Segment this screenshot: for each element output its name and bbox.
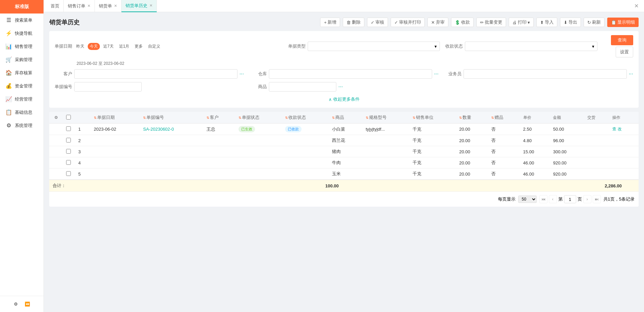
table-header-row: ⚙ ⇅单据日期 ⇅单据编号 ⇅客户 ⇅单据状态 ⇅收款状态 ⇅商品 ⇅规格型号 … (49, 112, 639, 124)
row-checkbox[interactable] (66, 171, 71, 176)
print-button[interactable]: 🖨 打印 ▾ (509, 18, 534, 27)
delete-button[interactable]: 🗑 删除 (343, 18, 364, 27)
th-gift[interactable]: ⇅赠品 (488, 112, 520, 124)
tab-sales-history-close[interactable]: ✕ (149, 3, 152, 8)
query-button[interactable]: 查询 (611, 35, 633, 45)
warehouse-browse-icon[interactable]: ··· (434, 71, 439, 77)
action-link[interactable]: 查 (612, 127, 616, 131)
action-link[interactable]: 改 (618, 127, 622, 131)
sidebar-item-inventory[interactable]: 🏠 库存核算 (0, 66, 44, 79)
abandon-button[interactable]: ✕ 弃审 (427, 18, 448, 27)
audit-print-button[interactable]: ✓ 审核并打印 (391, 18, 425, 27)
date-tag-custom[interactable]: 自定义 (146, 43, 162, 50)
sidebar-item-sales[interactable]: 📊 销售管理 (0, 40, 44, 53)
date-tag-7days[interactable]: 近7天 (101, 43, 116, 50)
row-checkbox[interactable] (66, 138, 71, 142)
sidebar-item-search[interactable]: ☰ 搜索菜单 (0, 14, 44, 27)
refresh-button[interactable]: ↻ 刷新 (584, 18, 605, 27)
delete-icon: 🗑 (346, 20, 351, 25)
sidebar-item-basic[interactable]: 📋 基础信息 (0, 106, 44, 119)
th-doc-no[interactable]: ⇅单据编号 (140, 112, 203, 124)
export-button[interactable]: ⬇ 导出 (560, 18, 581, 27)
row-checkbox[interactable] (66, 149, 71, 154)
tab-sales-delivery[interactable]: 销货单 ✕ (95, 0, 121, 12)
warehouse-input[interactable] (269, 69, 432, 79)
tab-sales-history[interactable]: 销货单历史 ✕ (121, 0, 157, 12)
page-size-select[interactable]: 20 50 100 (518, 196, 537, 203)
row-checkbox-cell[interactable] (63, 135, 75, 146)
sidebar-item-operation[interactable]: 📈 经营管理 (0, 93, 44, 106)
row-checkbox[interactable] (66, 160, 71, 165)
inventory-icon: 🏠 (5, 70, 12, 76)
product-input[interactable] (269, 82, 336, 92)
batch-change-button[interactable]: ✏ 批量变更 (476, 18, 506, 27)
tab-sales-delivery-close[interactable]: ✕ (114, 4, 117, 8)
th-amount: 金额 (550, 112, 584, 124)
new-button[interactable]: + 新增 (320, 18, 340, 27)
row-pay-status (282, 157, 329, 168)
sidebar: 标准版 ☰ 搜索菜单 ⚡ 快捷导航 📊 销售管理 🛒 采购管理 🏠 库存核算 💰… (0, 0, 44, 312)
show-detail-button[interactable]: 📋 显示明细 (607, 18, 639, 27)
date-tag-yesterday[interactable]: 昨天 (74, 43, 86, 50)
row-settings (49, 124, 63, 135)
sidebar-item-purchase[interactable]: 🛒 采购管理 (0, 53, 44, 66)
tab-sales-order-close[interactable]: ✕ (87, 4, 90, 8)
date-tag-1month[interactable]: 近1月 (117, 43, 132, 50)
receive-button[interactable]: 💲 收款 (451, 18, 474, 27)
customer-browse-icon[interactable]: ··· (240, 71, 244, 77)
prev-page-button[interactable]: ‹ (549, 195, 557, 203)
doc-number-input[interactable] (74, 82, 142, 92)
sidebar-item-system[interactable]: ⚙ 系统管理 (0, 119, 44, 132)
row-amount: 920.00 (550, 168, 584, 180)
collapse-button[interactable]: ∧ 收起更多条件 (55, 95, 633, 104)
settings-button[interactable]: 设置 (616, 47, 633, 57)
th-product[interactable]: ⇅商品 (329, 112, 362, 124)
row-checkbox-cell[interactable] (63, 168, 75, 180)
date-tag-more[interactable]: 更多 (133, 43, 145, 50)
salesperson-input[interactable] (464, 69, 627, 79)
date-tag-today[interactable]: 今天 (88, 43, 100, 50)
row-checkbox-cell[interactable] (63, 146, 75, 157)
date-label: 单据日期 (55, 43, 72, 49)
th-checkbox[interactable] (63, 112, 75, 124)
select-all-checkbox[interactable] (66, 115, 71, 120)
row-customer (203, 168, 235, 180)
th-qty[interactable]: ⇅数量 (456, 112, 488, 124)
collapse-icon[interactable]: ⏪ (25, 302, 30, 307)
sidebar-item-finance[interactable]: 💰 资金管理 (0, 79, 44, 93)
first-page-button[interactable]: ⏮ (539, 195, 548, 203)
row-checkbox[interactable] (66, 126, 71, 131)
tab-bar-close-all[interactable]: ✕ (632, 3, 641, 9)
sidebar-bottom-actions[interactable]: ⚙ ⏪ (0, 299, 44, 309)
page-number-input[interactable] (564, 195, 576, 203)
row-checkbox-cell[interactable] (63, 124, 75, 135)
th-doc-status[interactable]: ⇅单据状态 (235, 112, 282, 124)
row-actions (609, 157, 639, 168)
customer-label: 客户 (55, 71, 72, 77)
audit-button[interactable]: ✓ 审核 (367, 18, 388, 27)
payment-status-select[interactable]: ▾ (465, 42, 597, 51)
row-doc-status (235, 168, 282, 180)
settings-icon[interactable]: ⚙ (14, 302, 18, 307)
th-trade: 交货 (584, 112, 609, 124)
product-browse-icon[interactable]: ··· (338, 84, 343, 90)
tab-home[interactable]: 首页 (47, 0, 64, 12)
last-page-button[interactable]: ⏭ (593, 195, 601, 203)
sidebar-item-quicknav[interactable]: ⚡ 快捷导航 (0, 27, 44, 40)
th-spec[interactable]: ⇅规格型号 (362, 112, 409, 124)
th-settings[interactable]: ⚙ (49, 112, 63, 124)
th-pay-status[interactable]: ⇅收款状态 (282, 112, 329, 124)
doc-no-link[interactable]: SA-20230602-0 (143, 127, 174, 132)
page-nav: ⏮ ‹ 第 页 › ⏭ (539, 195, 601, 203)
import-button[interactable]: ⬆ 导入 (536, 18, 557, 27)
th-customer[interactable]: ⇅客户 (203, 112, 235, 124)
th-date[interactable]: ⇅单据日期 (90, 112, 140, 124)
tab-sales-order[interactable]: 销售订单 ✕ (64, 0, 95, 12)
row-checkbox-cell[interactable] (63, 157, 75, 168)
next-page-button[interactable]: › (583, 195, 591, 203)
doc-type-select[interactable]: ▾ (308, 42, 440, 51)
customer-input[interactable] (74, 69, 237, 79)
salesperson-browse-icon[interactable]: ··· (629, 71, 633, 77)
product-sort-icon: ⇅ (332, 116, 335, 120)
th-unit[interactable]: ⇅销售单位 (409, 112, 456, 124)
